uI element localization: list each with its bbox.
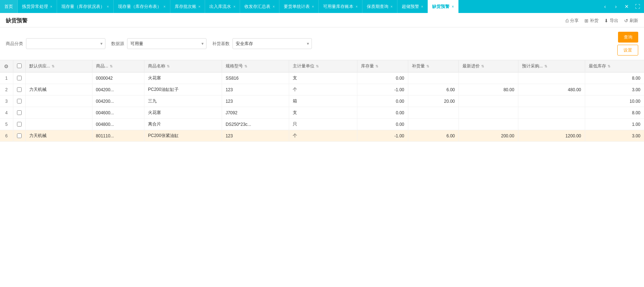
nav-prev-button[interactable]: ‹ [600, 1, 610, 12]
tab-abnormal[interactable]: 拣货异常处理 × [18, 0, 57, 13]
td-min-stock: 8.00 [585, 107, 644, 119]
th-gear: ⚙ [0, 60, 13, 72]
replenish-button[interactable]: ⊞ 补货 [584, 18, 599, 24]
datasource-select[interactable]: 可用量 实际库存 [127, 38, 206, 49]
td-product-code: 004800... [92, 119, 144, 130]
td-gear: 1 [0, 72, 13, 84]
refresh-button[interactable]: ↺ 刷新 [624, 18, 638, 24]
tab-batch-account[interactable]: 库存批次账 × [170, 0, 205, 13]
close-icon[interactable]: × [273, 5, 275, 9]
settings-button[interactable]: 设置 [617, 45, 638, 56]
td-gear: 3 [0, 96, 13, 107]
td-gear: 5 [0, 119, 13, 130]
td-replenish-qty [408, 72, 458, 84]
tab-overstock[interactable]: 超储预警 × [397, 0, 428, 13]
close-icon[interactable]: × [164, 5, 166, 9]
td-product-name: PC200油缸缸子 [144, 84, 222, 96]
tab-inventory-status[interactable]: 现存量（库存状况表） × [57, 0, 114, 13]
sort-icon: ⇅ [316, 64, 319, 68]
data-table: ⚙ 默认供应... ⇅ 商品... ⇅ [0, 60, 644, 142]
page-header: 缺货预警 ⎙ 分享 ⊞ 补货 ⬇ 导出 ↺ 刷新 [0, 13, 644, 27]
td-est-purchase [518, 72, 585, 84]
query-button[interactable]: 查询 [618, 32, 638, 43]
close-icon[interactable]: × [391, 5, 393, 9]
row-checkbox[interactable] [17, 110, 22, 115]
row-checkbox[interactable] [17, 87, 22, 92]
table-container: ⚙ 默认供应... ⇅ 商品... ⇅ [0, 60, 644, 142]
td-stock: -1.00 [357, 84, 408, 96]
nav-fullscreen-button[interactable]: ⛶ [632, 1, 643, 12]
td-product-code: 0000042 [92, 72, 144, 84]
td-default-supplier [25, 96, 92, 107]
close-icon[interactable]: × [107, 5, 109, 9]
th-product-name: 商品名称 ⇅ [144, 60, 222, 72]
td-gear: 4 [0, 107, 13, 119]
row-checkbox[interactable] [17, 133, 22, 138]
nav-close-button[interactable]: ✕ [622, 1, 632, 12]
sort-icon: ⇅ [481, 64, 484, 68]
td-min-stock: 1.00 [585, 119, 644, 130]
nav-next-button[interactable]: › [611, 1, 621, 12]
tab-inventory-dist[interactable]: 现存量（库存分布表） × [114, 0, 170, 13]
td-unit: 箱 [289, 96, 357, 107]
share-button[interactable]: ⎙ 分享 [566, 18, 579, 24]
header-actions: ⎙ 分享 ⊞ 补货 ⬇ 导出 ↺ 刷新 [566, 18, 638, 24]
table-row: 4 004600... 火花塞 J7092 支 0.00 8.00 [0, 107, 644, 119]
row-checkbox[interactable] [17, 76, 22, 80]
table-row: 2 力天机械 004200... PC200油缸缸子 123 个 -1.00 6… [0, 84, 644, 96]
sort-icon: ⇅ [375, 64, 378, 68]
close-icon[interactable]: × [312, 5, 314, 9]
category-select[interactable] [26, 38, 105, 49]
tab-available-ledger[interactable]: 可用量库存账本 × [319, 0, 362, 13]
th-unit: 主计量单位 ⇅ [289, 60, 357, 72]
gear-icon[interactable]: ⚙ [4, 63, 9, 69]
tab-collect-summary[interactable]: 收发存汇总表 × [240, 0, 279, 13]
td-min-stock: 3.00 [585, 84, 644, 96]
td-product-name: PC200张紧油缸 [144, 130, 222, 142]
td-product-name: 火花塞 [144, 72, 222, 84]
td-unit: 只 [289, 119, 357, 130]
td-rownum [13, 107, 25, 119]
row-checkbox[interactable] [17, 99, 22, 103]
td-latest-price [459, 119, 518, 130]
export-icon: ⬇ [604, 18, 608, 23]
nav-tabs: 首页 拣货异常处理 × 现存量（库存状况表） × 现存量（库存分布表） × 库存… [0, 0, 644, 13]
tab-expiry-query[interactable]: 保质期查询 × [362, 0, 397, 13]
td-latest-price: 80.00 [459, 84, 518, 96]
td-latest-price [459, 72, 518, 84]
td-rownum [13, 72, 25, 84]
td-replenish-qty [408, 119, 458, 130]
th-min-stock: 最低库存 ⇅ [585, 60, 644, 72]
category-select-wrapper [26, 38, 105, 49]
close-icon[interactable]: × [199, 5, 201, 9]
td-unit: 支 [289, 72, 357, 84]
td-spec: J7092 [222, 107, 289, 119]
td-stock: 0.00 [357, 72, 408, 84]
select-all-checkbox[interactable] [17, 63, 22, 68]
refresh-icon: ↺ [624, 18, 628, 23]
td-min-stock: 10.00 [585, 96, 644, 107]
td-spec: 123 [222, 84, 289, 96]
tab-order-stats[interactable]: 要货单统计表 × [279, 0, 319, 13]
td-rownum [13, 130, 25, 142]
tab-inout-flow[interactable]: 出入库流水 × [205, 0, 240, 13]
close-icon[interactable]: × [356, 5, 358, 9]
row-checkbox[interactable] [17, 122, 22, 127]
td-replenish-qty: 20.00 [408, 96, 458, 107]
datasource-select-wrapper: 可用量 实际库存 [127, 38, 206, 49]
table-row: 1 0000042 火花塞 SS816 支 0.00 8.00 [0, 72, 644, 84]
td-spec: 123 [222, 96, 289, 107]
close-icon[interactable]: × [421, 5, 423, 9]
th-replenish-qty: 补货量 ⇅ [408, 60, 458, 72]
close-icon[interactable]: × [233, 5, 235, 9]
td-default-supplier [25, 72, 92, 84]
tab-shortage[interactable]: 缺货预警 × [428, 0, 458, 13]
tab-home[interactable]: 首页 [0, 0, 18, 13]
close-icon[interactable]: × [452, 5, 454, 9]
close-icon[interactable]: × [50, 5, 52, 9]
td-unit: 支 [289, 107, 357, 119]
td-rownum [13, 96, 25, 107]
export-button[interactable]: ⬇ 导出 [604, 18, 618, 24]
td-spec: SS816 [222, 72, 289, 84]
replenish-base-select[interactable]: 安全库存 最低库存 [232, 38, 312, 49]
